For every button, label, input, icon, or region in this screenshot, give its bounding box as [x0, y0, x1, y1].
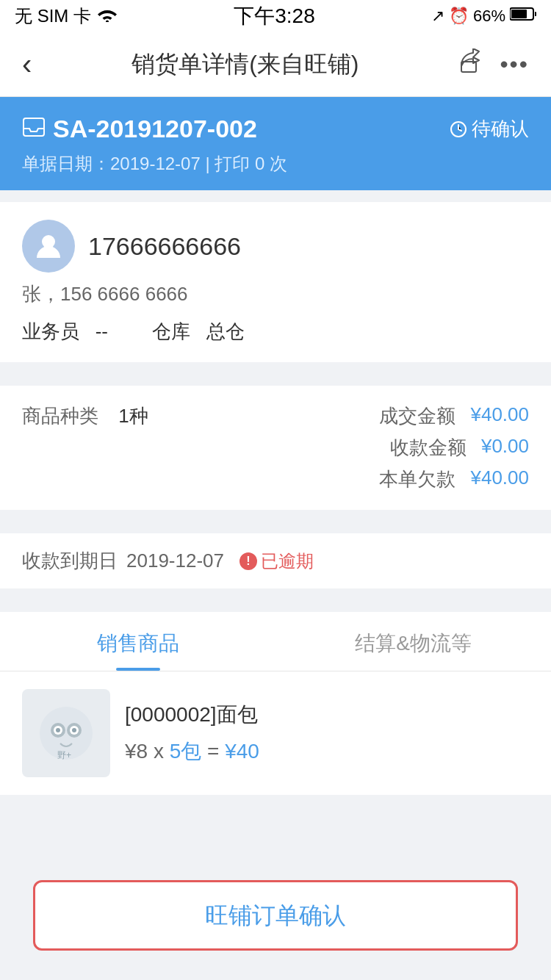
page-title: 销货单详情(来自旺铺): [132, 48, 359, 81]
alarm-icon: ⏰: [449, 7, 469, 26]
order-header: SA-20191207-002 待确认 单据日期：2019-12-07 | 打印…: [0, 97, 551, 190]
nav-actions: •••: [458, 48, 529, 80]
divider-3: [0, 588, 551, 600]
tab-sales-products[interactable]: 销售商品: [0, 612, 276, 671]
product-item: 野+ [0000002]面包 ¥8 x 5包 = ¥40: [0, 671, 551, 795]
status-bar-right: ↗ ⏰ 66%: [431, 7, 536, 26]
svg-rect-3: [24, 118, 44, 136]
warehouse-label: 仓库: [152, 320, 190, 342]
order-id: SA-20191207-002: [22, 115, 257, 143]
avatar: [22, 220, 75, 273]
no-sim-text: 无 SIM 卡: [15, 4, 91, 28]
product-total: ¥40: [225, 740, 259, 763]
warehouse-field: 仓库 总仓: [152, 319, 245, 345]
deal-amount-value: ¥40.00: [470, 403, 529, 429]
battery-text: 66%: [473, 7, 505, 26]
category-label: 商品种类: [22, 403, 98, 429]
customer-meta: 业务员 -- 仓库 总仓: [22, 319, 529, 345]
received-row: 收款金额 ¥0.00: [390, 435, 529, 461]
confirm-order-button[interactable]: 旺铺订单确认: [33, 880, 518, 951]
salesman-label: 业务员: [22, 320, 79, 342]
order-date: 单据日期：2019-12-07 | 打印 0 次: [22, 152, 529, 176]
price-text: ¥8 x: [125, 740, 164, 763]
warehouse-value: 总仓: [206, 320, 245, 342]
salesman-field: 业务员 --: [22, 319, 108, 345]
product-thumbnail: 野+: [22, 689, 110, 777]
battery-icon: [510, 7, 536, 26]
received-value: ¥0.00: [481, 435, 529, 461]
svg-point-13: [56, 728, 60, 732]
divider-2: [0, 510, 551, 522]
owed-value: ¥40.00: [470, 466, 529, 492]
category-value: 1种: [118, 403, 148, 429]
customer-section: 17666666666 张，156 6666 6666 业务员 -- 仓库 总仓: [0, 202, 551, 362]
svg-rect-1: [511, 10, 527, 18]
share-icon[interactable]: [458, 48, 485, 80]
deal-amount-label: 成交金额: [379, 403, 455, 429]
wifi-icon: [97, 6, 118, 26]
status-bar-left: 无 SIM 卡: [15, 4, 118, 28]
back-button[interactable]: ‹: [22, 48, 32, 81]
product-name: [0000002]面包: [125, 701, 529, 729]
nav-bar: ‹ 销货单详情(来自旺铺) •••: [0, 32, 551, 97]
overdue-badge: ! 已逾期: [239, 550, 314, 573]
status-bar-time: 下午3:28: [234, 2, 315, 30]
due-date-value: 2019-12-07: [126, 550, 224, 572]
product-info: [0000002]面包 ¥8 x 5包 = ¥40: [125, 701, 529, 765]
customer-phone: 17666666666: [88, 232, 241, 261]
summary-amounts: 成交金额 ¥40.00 收款金额 ¥0.00 本单欠款 ¥40.00: [379, 403, 529, 492]
order-status: 待确认: [450, 116, 529, 142]
tabs-section: 销售商品 结算&物流等 野+ [0000002]面包 ¥8 x: [0, 612, 551, 795]
svg-point-14: [72, 728, 76, 732]
svg-text:野+: 野+: [57, 750, 71, 760]
svg-text:!: !: [246, 555, 250, 567]
customer-name: 张，156 6666 6666: [22, 281, 529, 307]
product-qty: 5包: [170, 740, 202, 763]
more-icon[interactable]: •••: [500, 51, 529, 78]
salesman-value: --: [96, 320, 108, 342]
summary-section: 商品种类 1种 成交金额 ¥40.00 收款金额 ¥0.00 本单欠款 ¥40.…: [0, 386, 551, 510]
tab-settlement-logistics[interactable]: 结算&物流等: [276, 612, 551, 671]
tabs-row: 销售商品 结算&物流等: [0, 612, 551, 671]
product-price: ¥8 x 5包 = ¥40: [125, 738, 529, 765]
divider-1: [0, 362, 551, 374]
confirm-btn-wrap: 旺铺订单确认: [33, 880, 518, 951]
owed-label: 本单欠款: [379, 466, 455, 492]
due-date-section: 收款到期日 2019-12-07 ! 已逾期: [0, 533, 551, 588]
received-label: 收款金额: [390, 435, 467, 461]
location-icon: ↗: [431, 7, 444, 26]
deal-amount-row: 成交金额 ¥40.00: [379, 403, 529, 429]
equals-sign: =: [207, 740, 219, 763]
owed-row: 本单欠款 ¥40.00: [379, 466, 529, 492]
due-date-label: 收款到期日: [22, 548, 118, 574]
status-bar: 无 SIM 卡 下午3:28 ↗ ⏰ 66%: [0, 0, 551, 32]
order-inbox-icon: [22, 115, 46, 143]
